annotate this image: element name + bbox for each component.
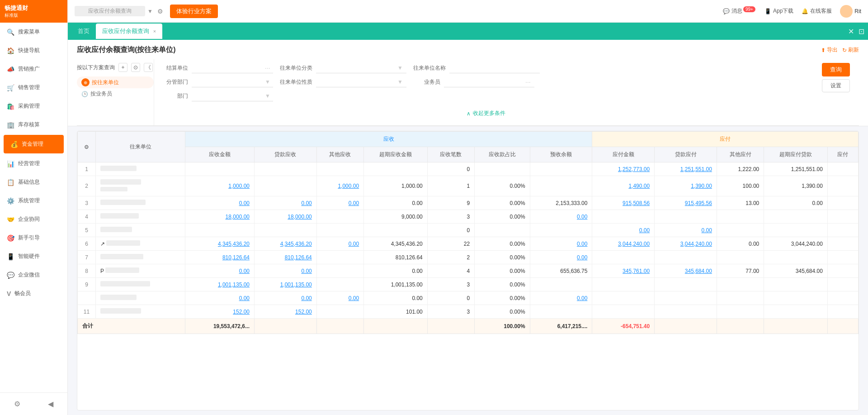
user-item[interactable]: Rit (840, 5, 861, 18)
settings-col-header[interactable]: ⚙ (78, 132, 96, 162)
sidebar-item-marketing[interactable]: 📣 营销推广 (0, 60, 67, 78)
row-other-receivable: 0.00 (316, 196, 363, 210)
row-overdue-payable: 0.00 (764, 196, 828, 210)
collapse-more-btn[interactable]: ∧ 收起更多条件 (161, 107, 811, 119)
row-receivable-amount: 1,000.00 (185, 176, 255, 196)
close-window-icon[interactable]: ✕ (848, 27, 854, 36)
tab-close-icon[interactable]: × (153, 29, 156, 34)
dept-manager-input[interactable] (192, 77, 265, 87)
maximize-window-icon[interactable]: ⊡ (859, 27, 864, 36)
row-overdue-payable (764, 305, 828, 319)
solution-button[interactable]: 体验行业方案 (170, 5, 218, 18)
sidebar-item-guide[interactable]: 🎯 新手引导 (0, 229, 67, 247)
sidebar-item-quick-nav[interactable]: 🏠 快捷导航 (0, 41, 67, 60)
sidebar-item-member[interactable]: V 畅会员 (0, 284, 67, 303)
page-header: 应收应付余额查询(按往来单位) ⬆ 导出 ↻ 刷新 (68, 40, 868, 126)
sidebar-item-system[interactable]: ⚙️ 系统管理 (0, 191, 67, 210)
row-advance-balance (530, 224, 592, 237)
row-receivable-count: 0 (427, 291, 474, 305)
receivable-count-header: 应收笔数 (427, 147, 474, 162)
sidebar-item-management[interactable]: 📊 经营管理 (0, 154, 67, 173)
row-unit (96, 162, 185, 176)
basic-icon: 📋 (7, 179, 14, 186)
row-payable-amount (592, 278, 655, 291)
row-receivable-ratio: 0.00% (475, 210, 530, 224)
row-loan-receivable: 152.00 (255, 305, 317, 319)
filter-dept: 部门 ▼ (161, 91, 273, 101)
sidebar-item-hardware[interactable]: 📱 智能硬件 (0, 247, 67, 266)
row-loan-receivable: 1,001,135.00 (255, 278, 317, 291)
filter-option-by-unit[interactable]: ⊕ 按往来单位 (77, 76, 154, 88)
purchase-icon: 🛍️ (7, 103, 14, 110)
row-extra (827, 196, 858, 210)
topbar-gear-icon[interactable]: ⚙ (157, 8, 163, 15)
table-row: 6 ↗ 4,345,436.20 4,345,436.20 0.00 4,345… (78, 237, 859, 251)
row-extra (827, 237, 858, 251)
sidebar-collapse-btn[interactable]: ◀ (46, 397, 56, 410)
sidebar-item-basic[interactable]: 📋 基础信息 (0, 173, 67, 191)
salesperson-input[interactable] (444, 77, 525, 87)
settlement-unit-label: 结算单位 (161, 64, 188, 72)
row-no: 1 (78, 162, 96, 176)
inventory-icon: 🏢 (7, 121, 14, 129)
table-body: 1 0 1,252,773.00 1,251,551.00 (78, 162, 859, 319)
sidebar-item-purchase[interactable]: 🛍️ 采购管理 (0, 97, 67, 115)
row-other-receivable: 0.00 (316, 291, 363, 305)
sidebar: 畅捷通财 标准版 🔍 搜索菜单 🏠 快捷导航 📣 营销推广 🛒 销售管理 🛍️ … (0, 0, 68, 415)
add-filter-btn[interactable]: + (118, 63, 127, 72)
table-row: 7 810,126.64 810,126.64 810,126.64 2 0.0… (78, 251, 859, 264)
row-overdue-receivable (364, 224, 428, 237)
unit-name-input[interactable] (449, 63, 531, 73)
refresh-button[interactable]: ↻ 刷新 (842, 46, 859, 54)
table-scroll[interactable]: ⚙ 往来单位 应收 应付 应收金额 贷款应收 其他应收 超期应收金额 应收笔数 (77, 131, 859, 410)
sidebar-item-search[interactable]: 🔍 搜索菜单 (0, 23, 67, 41)
filter-collapse-btn[interactable]: 《 (144, 63, 153, 72)
sidebar-item-collab[interactable]: 🤝 企业协同 (0, 210, 67, 229)
unit-nature-chevron[interactable]: ▼ (397, 79, 403, 85)
sidebar-item-wechat[interactable]: 💬 企业微信 (0, 266, 67, 284)
breadcrumb-text: 应收应付余额查询 (75, 6, 145, 16)
row-extra (827, 305, 858, 319)
overdue-receivable-header: 超期应收金额 (364, 147, 428, 162)
sidebar-item-inventory[interactable]: 🏢 库存核算 (0, 115, 67, 134)
dept-manager-chevron[interactable]: ▼ (265, 79, 270, 85)
dept-input[interactable] (192, 91, 265, 101)
export-button[interactable]: ⬆ 导出 (821, 46, 838, 54)
tab-balance-query[interactable]: 应收应付余额查询 × (96, 24, 162, 39)
dept-chevron[interactable]: ▼ (265, 93, 270, 99)
unit-category-input[interactable] (316, 63, 397, 73)
settlement-unit-input[interactable] (192, 63, 265, 73)
row-no: 2 (78, 176, 96, 196)
guide-icon: 🎯 (7, 234, 14, 242)
row-extra (827, 224, 858, 237)
table-row: 3 0.00 0.00 0.00 0.00 9 0.00% 2,153,333.… (78, 196, 859, 210)
row-receivable-count: 22 (427, 237, 474, 251)
tab-home[interactable]: 首页 (71, 24, 96, 39)
filter-settings-main-btn[interactable]: 设置 (822, 79, 850, 92)
breadcrumb-chevron[interactable]: ▼ (147, 8, 153, 14)
hardware-icon: 📱 (7, 253, 14, 260)
sidebar-item-finance[interactable]: 💰 资金管理 (4, 135, 64, 153)
app-download-item[interactable]: 📱 App下载 (764, 7, 793, 15)
online-service-item[interactable]: 🔔 在线客服 (802, 7, 832, 15)
sidebar-settings-btn[interactable]: ⚙ (12, 397, 23, 410)
row-receivable-amount: 152.00 (185, 305, 255, 319)
query-button[interactable]: 查询 (822, 63, 850, 76)
message-item[interactable]: 💬 消息 99+ (723, 7, 756, 15)
filter-option-by-staff[interactable]: 🕒 按业务员 (77, 88, 154, 100)
search-icon: 🔍 (7, 29, 14, 36)
footer-payable-amount: -654,751.40 (592, 319, 655, 334)
unit-nature-input[interactable] (316, 77, 397, 87)
row-receivable-count: 3 (427, 210, 474, 224)
settlement-unit-dots[interactable]: ··· (265, 64, 270, 72)
filter-settings-btn[interactable]: ⊙ (131, 63, 140, 72)
sidebar-label-management: 经营管理 (18, 160, 40, 167)
salesperson-dots[interactable]: ··· (525, 78, 531, 86)
sidebar-item-sales[interactable]: 🛒 销售管理 (0, 78, 67, 97)
row-receivable-amount: 0.00 (185, 291, 255, 305)
member-icon: V (7, 290, 11, 297)
row-receivable-amount: 1,001,135.00 (185, 278, 255, 291)
unit-category-chevron[interactable]: ▼ (397, 65, 403, 71)
sidebar-label-collab: 企业协同 (18, 215, 40, 223)
row-receivable-ratio: 0.00% (475, 264, 530, 278)
